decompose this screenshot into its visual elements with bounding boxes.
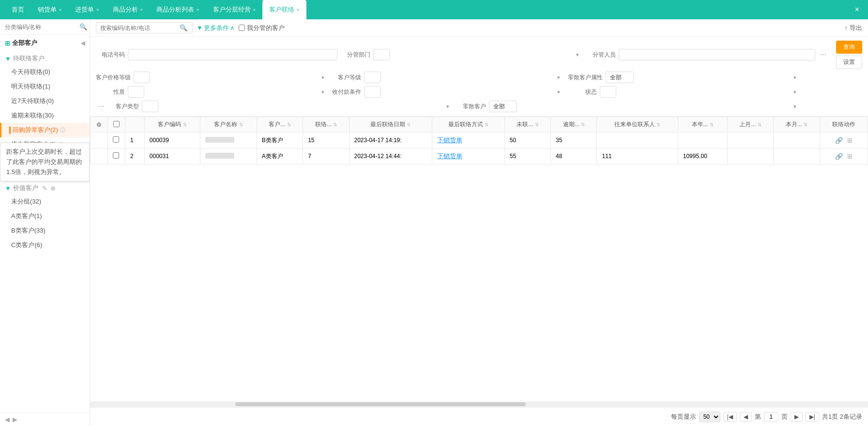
col-last-date[interactable]: 最后联络日期 ⇅ <box>349 117 432 132</box>
export-btn[interactable]: ↑ 导出 <box>845 24 863 32</box>
tab-customer-contact[interactable]: 客户联络 × <box>262 0 306 19</box>
tab-home[interactable]: 首页 <box>5 0 31 19</box>
search-bar-icon[interactable]: 🔍 <box>180 24 187 31</box>
sidebar-search-icon[interactable]: 🔍 <box>79 23 87 30</box>
value-customers-group[interactable]: ▼ 价值客户 ✎ ⊕ <box>0 181 90 194</box>
tab-product-list[interactable]: 商品分析列表 × <box>150 0 206 19</box>
cell-check-2 <box>108 148 125 164</box>
col-name[interactable]: 客户名称 ⇅ <box>200 117 257 132</box>
all-customers-header[interactable]: ⊞ 全部客户 ◀ <box>0 35 90 51</box>
prev-page-btn[interactable]: ◀ <box>740 412 752 422</box>
right-arrow-icon[interactable]: ▶ <box>13 416 17 423</box>
cell-last-date-1: 2023-04-17 14:19: <box>349 132 432 148</box>
next-page-btn[interactable]: ▶ <box>791 412 803 422</box>
col-contact[interactable]: 联络... ⇅ <box>303 117 349 132</box>
first-page-btn[interactable]: |◀ <box>723 412 737 422</box>
more-dots-1[interactable]: ··· <box>818 50 828 59</box>
status-select[interactable] <box>600 86 616 98</box>
query-button[interactable]: 查询 <box>836 41 862 54</box>
scrollbar-thumb[interactable] <box>235 402 526 406</box>
phone-input[interactable] <box>128 49 337 60</box>
search-input[interactable] <box>100 25 178 31</box>
filter-cell-level: 客户等级 <box>332 72 564 83</box>
cell-contacts-1 <box>597 132 678 148</box>
per-page-select[interactable]: 50 <box>699 411 720 422</box>
col-overdue[interactable]: 逾期... ⇅ <box>551 117 597 132</box>
col-action: 联络动作 <box>820 117 868 132</box>
page-input[interactable] <box>764 412 778 422</box>
settings-button[interactable]: 设置 <box>836 56 862 69</box>
link-icon-2[interactable]: 🔗 <box>835 153 843 160</box>
my-customer-checkbox[interactable] <box>239 25 245 31</box>
sidebar-item-class-b[interactable]: B类客户(33) <box>0 223 90 238</box>
cell-settings-1 <box>91 132 108 148</box>
zero-customer-select[interactable]: 全部 <box>489 101 517 112</box>
select-all-checkbox[interactable] <box>113 121 120 127</box>
sidebar-search-input[interactable] <box>5 24 77 30</box>
tab-customer-layered[interactable]: 客户分层经营 × <box>206 0 262 19</box>
cell-last-method-2: 下销货单 <box>432 148 504 164</box>
col-last-month[interactable]: 上月... ⇅ <box>727 117 773 132</box>
close-customer-layered-tab[interactable]: × <box>253 7 256 13</box>
close-product-analysis-tab[interactable]: × <box>140 7 143 13</box>
col-contacts[interactable]: 往来单位联系人 ⇅ <box>597 117 678 132</box>
tab-product-analysis[interactable]: 商品分析 × <box>106 0 150 19</box>
grid-icon-1[interactable]: ⊞ <box>847 137 853 144</box>
col-last-method[interactable]: 最后联络方式 ⇅ <box>432 117 504 132</box>
col-not-contacted[interactable]: 未联... ⇅ <box>504 117 550 132</box>
sidebar-item-tomorrow[interactable]: 明天待联络(1) <box>0 79 90 94</box>
export-icon: ↑ <box>845 24 848 31</box>
col-code[interactable]: 客户编码 ⇅ <box>144 117 200 132</box>
col-this-month[interactable]: 本月... ⇅ <box>774 117 820 132</box>
tab-sales[interactable]: 销货单 × <box>31 0 68 19</box>
link-sales-1[interactable]: 下销货单 <box>437 136 462 144</box>
close-product-list-tab[interactable]: × <box>196 7 199 13</box>
col-this-year[interactable]: 本年... ⇅ <box>678 117 727 132</box>
filter-cell-phone: 电话号码 <box>96 49 337 60</box>
col-settings[interactable]: ⚙ <box>91 117 108 132</box>
grid-icon-2[interactable]: ⊞ <box>847 153 853 160</box>
customer-level-select[interactable] <box>364 72 381 83</box>
zero-attr-select[interactable]: 全部 <box>606 72 634 83</box>
manager-input[interactable] <box>619 49 815 60</box>
sidebar-item-anomaly[interactable]: 回购异常客户(2) ⓘ <box>0 123 90 137</box>
close-purchase-tab[interactable]: × <box>96 7 99 13</box>
dept-select[interactable] <box>373 49 390 60</box>
pending-contact-group[interactable]: ▼ 待联络客户 <box>0 51 90 65</box>
gender-select[interactable] <box>128 86 144 98</box>
payment-select[interactable] <box>364 86 381 98</box>
sidebar-item-7days[interactable]: 近7天待联络(0) <box>0 94 90 108</box>
cell-last-month-1 <box>727 132 773 148</box>
col-type[interactable]: 客户... ⇅ <box>257 117 303 132</box>
filter-actions: 查询 设置 <box>836 41 862 69</box>
last-page-btn[interactable]: ▶| <box>806 412 819 422</box>
table-area: ⚙ 客户编码 ⇅ 客户名称 ⇅ 客户... ⇅ 联络... ⇅ 最后联络日期 ⇅… <box>90 117 868 401</box>
close-customer-contact-tab[interactable]: × <box>296 7 299 13</box>
grid-icon: ⊞ <box>5 40 10 47</box>
customer-type-select[interactable] <box>142 101 158 112</box>
sidebar-item-class-a[interactable]: A类客户(1) <box>0 209 90 223</box>
link-icon-1[interactable]: 🔗 <box>835 137 843 144</box>
sidebar-item-ungroup[interactable]: 未分组(32) <box>0 194 90 209</box>
close-all-tabs[interactable]: × <box>851 5 863 14</box>
cell-last-month-2 <box>727 148 773 164</box>
horizontal-scrollbar[interactable] <box>90 401 868 407</box>
tab-purchase[interactable]: 进货单 × <box>68 0 106 19</box>
sidebar-item-today[interactable]: 今天待联络(0) <box>0 65 90 79</box>
more-conditions-btn[interactable]: ▼ 更多条件 ∧ <box>197 24 235 32</box>
main-layout: 🔍 ⊞ 全部客户 ◀ ▼ 待联络客户 今天待联络(0) 明天待联络(1) 近7天… <box>0 19 868 426</box>
sidebar-item-overdue[interactable]: 逾期未联络(30) <box>0 108 90 123</box>
table-row: 1 000039 B类客户 15 2023-04-17 14:19: 下销货单 … <box>91 132 868 148</box>
more-dots-row4[interactable]: ··· <box>96 102 106 111</box>
row1-checkbox[interactable] <box>113 136 119 143</box>
price-level-select[interactable] <box>134 72 150 83</box>
link-sales-2[interactable]: 下销货单 <box>437 152 462 160</box>
cell-index-2: 2 <box>125 148 145 164</box>
left-arrow-icon[interactable]: ◀ <box>5 416 10 423</box>
bottom-bar: 每页显示 50 |◀ ◀ 第 页 ▶ ▶| 共1页 2条记录 <box>90 407 868 426</box>
edit-icon[interactable]: ✎ <box>42 185 47 192</box>
add-icon[interactable]: ⊕ <box>50 185 56 192</box>
row2-checkbox[interactable] <box>113 152 119 159</box>
sidebar-item-class-c[interactable]: C类客户(6) <box>0 238 90 252</box>
close-sales-tab[interactable]: × <box>59 7 61 13</box>
